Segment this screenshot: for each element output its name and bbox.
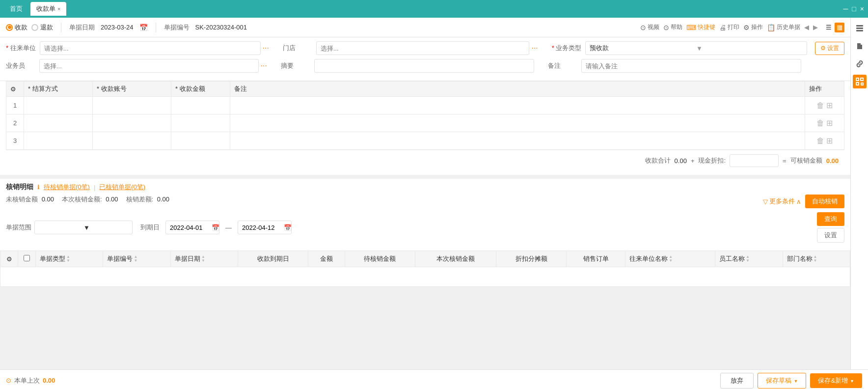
delete-icon-2[interactable]: 🗑 — [816, 119, 824, 128]
settings-btn[interactable]: ⚙ 设置 — [815, 42, 844, 55]
account-cell-2[interactable] — [93, 114, 171, 132]
close-btn[interactable]: × — [860, 5, 864, 13]
tab-close-icon[interactable]: × — [57, 6, 60, 12]
remark-cell-3[interactable] — [230, 132, 805, 150]
business-type-field: * 业务类型 预收款 ▼ — [544, 41, 807, 55]
form-row-2: 业务员 ··· 摘要 备注 — [6, 59, 844, 73]
radio-refund[interactable]: 退款 — [31, 23, 53, 32]
tab-separator: | — [94, 184, 95, 191]
current-label: 本次核销金额: 0.00 — [62, 195, 118, 204]
toolbar-right: ⊙ 视频 ⊙ 帮助 ⌨ 快捷键 🖨 打印 ⚙ 操作 📋 历史单据 — [640, 23, 844, 32]
copy-icon-1[interactable]: ⊞ — [826, 101, 833, 110]
card-view-icon[interactable]: ▦ — [835, 23, 844, 32]
operate-btn[interactable]: ⚙ 操作 — [743, 23, 763, 31]
settle-cell-1[interactable] — [24, 97, 93, 114]
summary-input[interactable] — [314, 59, 534, 73]
th-gear[interactable]: ⚙ — [6, 82, 24, 97]
range-dropdown-arrow: ▼ — [83, 224, 128, 231]
note-input[interactable] — [581, 59, 801, 73]
row-num-3: 3 — [6, 132, 24, 150]
table-row: 3 🗑 ⊞ — [6, 132, 844, 150]
counterpart-input[interactable] — [40, 41, 261, 55]
radio-receive-circle — [6, 24, 13, 31]
business-type-select[interactable]: 预收款 ▼ — [585, 41, 807, 55]
tab-home[interactable]: 首页 — [4, 2, 28, 16]
print-btn[interactable]: 🖨 打印 — [719, 23, 739, 31]
sidebar-scan-icon[interactable] — [853, 75, 867, 88]
view-icons: ☰ ▦ — [824, 23, 844, 32]
copy-icon-3[interactable]: ⊞ — [826, 136, 833, 145]
th-account: * 收款账号 — [93, 82, 171, 97]
required-star: * — [6, 44, 8, 52]
calendar-to-icon[interactable]: 📅 — [284, 224, 292, 231]
list-view-icon[interactable]: ☰ — [824, 23, 834, 32]
bottom-table-section: ⚙ 单据类型 ▲▼ 单据编号 ▲▼ — [0, 251, 850, 287]
th-amount: 金额 — [308, 251, 345, 267]
business-type-label: * 业务类型 — [552, 44, 582, 53]
available-label: 可核销金额 — [790, 156, 822, 165]
store-input[interactable] — [316, 41, 530, 55]
note-label: 备注 — [548, 61, 577, 70]
next-record-btn[interactable]: ▶ — [813, 24, 818, 31]
calendar-icon[interactable]: 📅 — [139, 24, 148, 31]
counterpart-more-icon[interactable]: ··· — [263, 44, 269, 53]
svg-rect-5 — [856, 83, 859, 85]
th-doc-num: 单据编号 ▲▼ — [103, 251, 170, 267]
remark-cell-2[interactable] — [230, 114, 805, 132]
auto-nuclear-btn[interactable]: 自动核销 — [805, 195, 844, 208]
history-btn[interactable]: 📋 历史单据 — [767, 23, 800, 31]
range-select[interactable]: ▼ — [34, 221, 133, 234]
window-controls: ─ □ × — [843, 5, 864, 13]
maximize-btn[interactable]: □ — [852, 5, 856, 13]
video-btn[interactable]: ⊙ 视频 — [640, 23, 659, 31]
store-more-icon[interactable]: ··· — [531, 44, 538, 53]
select-all-checkbox[interactable] — [24, 255, 30, 261]
settle-cell-3[interactable] — [24, 132, 93, 150]
salesman-more-icon[interactable]: ··· — [261, 61, 267, 70]
th-check-box[interactable] — [18, 251, 36, 267]
amount-cell-1[interactable] — [171, 97, 230, 114]
minimize-btn[interactable]: ─ — [843, 5, 848, 13]
action-icons-1: 🗑 ⊞ — [805, 101, 844, 110]
prev-record-btn[interactable]: ◀ — [804, 24, 809, 31]
due-date-field: 到期日 📅 — 📅 — [140, 221, 292, 234]
help-btn[interactable]: ⊙ 帮助 — [663, 23, 682, 31]
delete-icon-3[interactable]: 🗑 — [816, 137, 824, 145]
delete-icon-1[interactable]: 🗑 — [816, 101, 824, 110]
pending-tab[interactable]: 待核销单据(0笔) — [44, 183, 90, 192]
due-date-label: 到期日 — [140, 223, 160, 232]
amount-cell-3[interactable] — [171, 132, 230, 150]
nuclear-stats: 未核销金额 0.00 本次核销金额: 0.00 核销差额: 0.00 — [6, 195, 169, 204]
empty-row — [0, 267, 850, 287]
remark-cell-1[interactable] — [230, 97, 805, 114]
discount-label: 现金折扣: — [698, 156, 726, 165]
settle-cell-2[interactable] — [24, 114, 93, 132]
nuclear-info-icon[interactable]: ℹ — [37, 184, 40, 191]
svg-rect-6 — [861, 83, 863, 85]
discount-input[interactable] — [730, 154, 779, 167]
tab-receipt[interactable]: 收款单 × — [30, 2, 66, 16]
shortcut-btn[interactable]: ⌨ 快捷键 — [686, 23, 715, 31]
filter-row: 单据范围 ▼ 到期日 📅 — 📅 查询 设置 — [6, 212, 844, 243]
tab-bar-left: 首页 收款单 × — [4, 2, 66, 16]
calendar-from-icon[interactable]: 📅 — [212, 224, 219, 231]
amount-cell-2[interactable] — [171, 114, 230, 132]
table-section: ⚙ * 结算方式 * 收款账号 * 收款金额 备注 操作 — [0, 81, 850, 175]
query-btn[interactable]: 查询 — [817, 212, 844, 226]
copy-icon-2[interactable]: ⊞ — [826, 118, 833, 128]
account-cell-3[interactable] — [93, 132, 171, 150]
more-conditions-label: 更多条件 — [769, 197, 795, 206]
account-cell-1[interactable] — [93, 97, 171, 114]
date-separator: — — [225, 224, 232, 231]
nuclear-setting-btn[interactable]: 设置 — [817, 228, 844, 243]
more-conditions-btn[interactable]: ▽ 更多条件 ∧ — [763, 197, 801, 206]
sidebar-link-icon[interactable] — [853, 57, 867, 71]
th-discount: 折扣分摊额 — [496, 251, 567, 267]
divider-2 — [156, 23, 156, 32]
sidebar-doc-icon[interactable] — [853, 39, 867, 53]
sidebar-table-icon[interactable] — [853, 22, 867, 35]
done-tab[interactable]: 已核销单据(0笔) — [99, 183, 145, 192]
salesman-input[interactable] — [39, 59, 259, 73]
th-sales-order: 销售订单 — [567, 251, 625, 267]
radio-receive[interactable]: 收款 — [6, 23, 27, 32]
